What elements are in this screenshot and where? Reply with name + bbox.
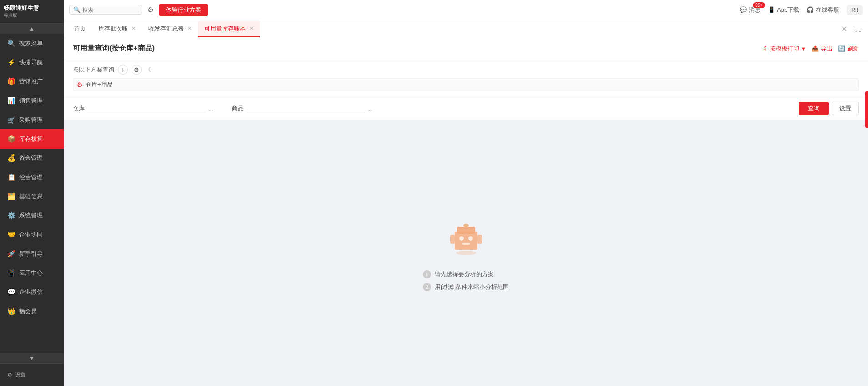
query-label: 按以下方案查询	[73, 66, 114, 74]
export-button[interactable]: 📤 导出	[812, 45, 832, 53]
svg-rect-1	[457, 227, 475, 234]
close-tab-receipt-summary[interactable]: ✕	[188, 26, 192, 31]
tab-home[interactable]: 首页	[67, 21, 92, 37]
sidebar-item-label: 资金管理	[19, 154, 43, 162]
sidebar-item-operations[interactable]: 📋 经营管理	[0, 168, 64, 187]
close-tab-available-stock[interactable]: ✕	[249, 26, 254, 31]
topbar-search-box[interactable]: 🔍	[69, 5, 142, 15]
topbar: 🔍 ⚙ 体验行业方案 💬 消息 99+ 📱 App下载 🎧 在线客服	[64, 0, 868, 20]
sidebar-item-basic[interactable]: 🗂️ 基础信息	[0, 187, 64, 206]
sidebar-item-label: 营销推广	[19, 77, 43, 86]
query-header: 按以下方案查询 + ⚙ 《	[73, 65, 859, 75]
page-title: 可用量查询(按仓库+商品)	[73, 44, 155, 53]
sidebar-bottom: ⚙ 设置	[0, 363, 64, 386]
export-icon: 📤	[812, 45, 819, 52]
sidebar-item-corp[interactable]: 🤝 企业协同	[0, 225, 64, 244]
message-icon: 💬	[740, 6, 747, 13]
query-add-button[interactable]: +	[118, 65, 128, 75]
product-label: 商品	[232, 104, 244, 113]
sidebar-item-label: 新手引导	[19, 250, 43, 258]
message-button[interactable]: 💬 消息 99+	[740, 6, 761, 14]
svg-point-8	[456, 251, 476, 255]
vip-icon: 👑	[7, 307, 15, 315]
refresh-icon: 🔄	[838, 45, 845, 52]
tip-num-2: 2	[423, 283, 431, 291]
settings-button[interactable]: 设置	[832, 102, 859, 115]
query-button[interactable]: 查询	[799, 102, 829, 115]
sidebar-item-apps[interactable]: 📱 应用中心	[0, 263, 64, 283]
query-settings-button[interactable]: ⚙	[132, 65, 142, 75]
empty-state: 1 请先选择要分析的方案 2 用[过滤]条件来缩小分析范围	[64, 120, 868, 386]
topbar-search-input[interactable]	[82, 7, 128, 13]
trial-button[interactable]: 体验行业方案	[159, 4, 208, 16]
scheme-icon: ⚙	[77, 81, 83, 88]
phone-icon: 📱	[768, 6, 775, 13]
sidebar-bottom-settings[interactable]: ⚙ 设置	[4, 367, 60, 382]
print-template-button[interactable]: 🖨 按模板打印 ▼	[762, 45, 806, 53]
product-filter: 商品 ...	[232, 104, 372, 113]
sidebar-item-label: 采购管理	[19, 116, 43, 124]
brand-tag: 标准版	[4, 12, 60, 19]
sidebar-item-purchase[interactable]: 🛒 采购管理	[0, 110, 64, 129]
sidebar-item-newbie[interactable]: 🚀 新手引导	[0, 244, 64, 263]
sidebar-item-system[interactable]: ⚙️ 系统管理	[0, 206, 64, 225]
refresh-button[interactable]: 🔄 刷新	[838, 45, 859, 53]
purchase-icon: 🛒	[7, 116, 15, 124]
sidebar-item-finance[interactable]: 💰 资金管理	[0, 149, 64, 168]
message-badge: 99+	[753, 2, 765, 8]
right-accent-bar	[865, 91, 868, 128]
sidebar-item-wechat[interactable]: 💬 企业微信	[0, 283, 64, 302]
sidebar-item-label: 销售管理	[19, 97, 43, 105]
corp-icon: 🤝	[7, 231, 15, 239]
empty-tip-2: 2 用[过滤]条件来缩小分析范围	[423, 283, 509, 291]
wechat-icon: 💬	[7, 288, 15, 296]
user-avatar[interactable]: Rit	[847, 5, 863, 15]
query-panel: 按以下方案查询 + ⚙ 《 ⚙ 仓库+商品	[64, 59, 868, 97]
warehouse-filter: 仓库 ...	[73, 104, 213, 113]
sidebar-item-label: 库存核算	[19, 135, 43, 143]
product-input[interactable]	[246, 104, 365, 113]
app-download-button[interactable]: 📱 App下载	[768, 6, 799, 14]
sidebar-scroll-down[interactable]: ▼	[0, 353, 64, 363]
svg-point-3	[468, 236, 473, 241]
tab-available-stock[interactable]: 可用量库存账本 ✕	[198, 21, 260, 37]
query-scheme-item[interactable]: ⚙ 仓库+商品	[73, 78, 859, 91]
sidebar-scroll-up[interactable]: ▲	[0, 24, 64, 34]
settings-icon: ⚙	[7, 372, 12, 378]
svg-rect-0	[455, 232, 477, 250]
page-header: 可用量查询(按仓库+商品) 🖨 按模板打印 ▼ 📤 导出 🔄 刷新	[64, 38, 868, 59]
tab-batch-account[interactable]: 库存批次账 ✕	[92, 21, 142, 37]
product-more-button[interactable]: ...	[367, 105, 372, 112]
warehouse-more-button[interactable]: ...	[208, 105, 213, 112]
query-collapse-button[interactable]: 《	[145, 66, 151, 74]
marketing-icon: 🎁	[7, 77, 15, 86]
basic-icon: 🗂️	[7, 192, 15, 201]
warehouse-label: 仓库	[73, 104, 85, 113]
svg-rect-6	[477, 235, 482, 244]
content-body: 可用量查询(按仓库+商品) 🖨 按模板打印 ▼ 📤 导出 🔄 刷新	[64, 38, 868, 386]
tab-receipt-summary[interactable]: 收发存汇总表 ✕	[142, 21, 198, 37]
search-icon: 🔍	[73, 6, 81, 13]
tab-close-button[interactable]: ✕	[838, 23, 850, 35]
sidebar-item-inventory[interactable]: 📦 库存核算	[0, 129, 64, 149]
warehouse-input[interactable]	[87, 104, 206, 113]
sidebar-item-label: 畅会员	[19, 307, 37, 315]
empty-illustration	[443, 216, 489, 261]
sidebar-item-marketing[interactable]: 🎁 营销推广	[0, 72, 64, 91]
topbar-right: 💬 消息 99+ 📱 App下载 🎧 在线客服 Rit	[740, 5, 863, 15]
page-actions: 🖨 按模板打印 ▼ 📤 导出 🔄 刷新	[762, 45, 859, 53]
newbie-icon: 🚀	[7, 250, 15, 258]
svg-point-2	[459, 236, 464, 241]
inventory-icon: 📦	[7, 135, 15, 143]
empty-tip-1: 1 请先选择要分析的方案	[423, 270, 509, 278]
topbar-gear-icon[interactable]: ⚙	[146, 4, 156, 16]
sidebar-item-vip[interactable]: 👑 畅会员	[0, 302, 64, 321]
close-tab-batch-account[interactable]: ✕	[132, 26, 136, 31]
chevron-down-icon: ▼	[801, 46, 806, 51]
sidebar-item-sales[interactable]: 📊 销售管理	[0, 91, 64, 110]
online-service-button[interactable]: 🎧 在线客服	[807, 6, 839, 14]
tab-expand-button[interactable]: ⛶	[852, 23, 864, 35]
system-icon: ⚙️	[7, 211, 15, 220]
sidebar-item-quick-nav[interactable]: ⚡ 快捷导航	[0, 53, 64, 72]
sidebar-item-search[interactable]: 🔍 搜索菜单	[0, 34, 64, 53]
